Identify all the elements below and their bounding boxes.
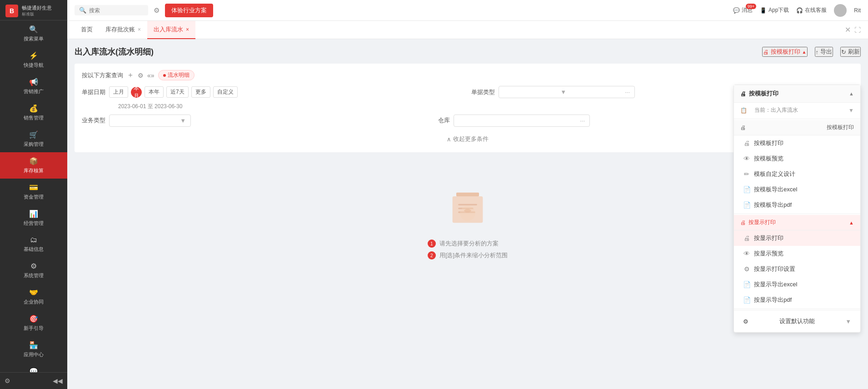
dp-display-preview-icon: 👁 <box>743 250 750 257</box>
tab-close-all-icon[interactable]: ✕ <box>845 25 851 34</box>
sidebar-item-inventory[interactable]: 📦 库存核算 <box>0 152 67 179</box>
sidebar-item-wechat[interactable]: 💬 企业微信 <box>0 363 67 372</box>
sidebar-icon-marketing: 📢 <box>29 78 38 86</box>
warehouse-select[interactable]: ··· <box>454 115 590 127</box>
sidebar-item-finance[interactable]: 💳 资金管理 <box>0 179 67 205</box>
app-download-button[interactable]: 📱 App下载 <box>760 6 789 14</box>
printer-icon: 🖨 <box>763 49 769 55</box>
sidebar-label-apps: 应用中心 <box>24 351 44 358</box>
user-avatar[interactable] <box>834 4 847 17</box>
warehouse-more[interactable]: ··· <box>580 117 585 124</box>
dp-display-preview[interactable]: 👁 按显示预览 <box>734 246 860 261</box>
sidebar-icon-enterprise: 🤝 <box>29 288 38 297</box>
online-service-button[interactable]: 🎧 在线客服 <box>796 6 827 14</box>
filter-collapse-icon[interactable]: «» <box>147 72 155 79</box>
sidebar-item-quick-nav[interactable]: ⚡ 快捷导航 <box>0 47 67 73</box>
step-1-num: 1 <box>428 239 436 248</box>
trial-button[interactable]: 体验行业方案 <box>165 4 213 17</box>
sidebar-icon-finance: 💳 <box>29 183 38 192</box>
message-button[interactable]: 💬 消息 99+ <box>733 6 753 14</box>
filter-add-button[interactable]: ＋ <box>127 70 134 80</box>
sidebar-icon-quick-nav: ⚡ <box>29 51 38 60</box>
date-btn-more[interactable]: 更多 <box>191 86 210 98</box>
print-template-button[interactable]: 🖨 按模板打印 ▲ <box>762 47 808 57</box>
search-input[interactable] <box>89 7 144 14</box>
dp-divider-2 <box>734 214 860 214</box>
sidebar-label-operations: 经营管理 <box>24 220 44 227</box>
sidebar-item-beginner[interactable]: 🎯 新手引导 <box>0 310 67 336</box>
topbar-search-box[interactable]: 🔍 <box>75 5 148 15</box>
tab-flow-close[interactable]: × <box>186 26 189 33</box>
tab-batch-account[interactable]: 库存批次账 × <box>99 21 147 39</box>
refresh-button[interactable]: ↻ 刷新 <box>840 47 861 57</box>
dp-template-print-icon: 🖨 <box>743 140 750 147</box>
dp-footer-icon: ⚙ <box>743 318 748 325</box>
sidebar-icon-purchase: 🛒 <box>29 130 38 139</box>
sidebar-label-beginner: 新手引导 <box>24 325 44 332</box>
sidebar-label-finance: 资金管理 <box>24 194 44 200</box>
dp-template-preview[interactable]: 👁 按模板预览 <box>734 151 860 166</box>
tab-flow[interactable]: 出入库流水 × <box>147 21 195 39</box>
tab-flow-label: 出入库流水 <box>154 25 183 34</box>
sidebar-item-system[interactable]: ⚙ 系统管理 <box>0 257 67 284</box>
business-type-chevron: ▼ <box>180 117 186 124</box>
document-type-more[interactable]: ··· <box>625 89 630 95</box>
dp-display-settings[interactable]: ⚙ 按显示打印设置 <box>734 261 860 277</box>
dp-display-settings-label: 按显示打印设置 <box>754 265 851 273</box>
dp-display-excel[interactable]: 📄 按显示导出excel <box>734 277 860 292</box>
dropdown-header-chevron[interactable]: ▲ <box>849 91 854 96</box>
sidebar-item-basic[interactable]: 🗂 基础信息 <box>0 231 67 257</box>
active-tag-label: 流水明细 <box>168 71 190 79</box>
dp-template-excel[interactable]: 📄 按模板导出excel <box>734 182 860 197</box>
message-badge: 99+ <box>746 4 756 9</box>
sidebar-label-inventory: 库存核算 <box>24 167 44 174</box>
document-type-select[interactable]: ▼ ··· <box>499 86 635 98</box>
date-btn-this-year[interactable]: 本年 <box>145 86 164 98</box>
sidebar-icon-operations: 📊 <box>29 209 38 218</box>
sidebar-icon-apps: 🏪 <box>29 341 38 349</box>
date-btn-custom[interactable]: 自定义 <box>213 86 238 98</box>
sidebar-icon-beginner: 🎯 <box>29 314 38 323</box>
date-btn-this-month[interactable]: 本月 <box>131 87 142 98</box>
sidebar-label-marketing: 营销推广 <box>24 88 44 95</box>
user-name: Rit <box>854 7 861 14</box>
dp-display-pdf[interactable]: 📄 按显示导出pdf <box>734 292 860 308</box>
sidebar-item-search[interactable]: 🔍 搜索菜单 <box>0 20 67 47</box>
tab-batch-account-close[interactable]: × <box>138 26 141 33</box>
sidebar-item-enterprise[interactable]: 🤝 企业协同 <box>0 284 67 310</box>
dp-divider-1 <box>734 119 860 119</box>
sidebar-item-operations[interactable]: 📊 经营管理 <box>0 205 67 231</box>
empty-steps-list: 1 请先选择要分析的方案 2 用[选]条件来缩小分析范围 <box>428 239 508 263</box>
online-service-label: 在线客服 <box>805 6 827 14</box>
page-title: 出入库流水(流水明细) <box>75 46 154 57</box>
dp-template-pdf[interactable]: 📄 按模板导出pdf <box>734 197 860 213</box>
dp-template-custom-icon: ✏ <box>743 170 750 178</box>
tab-home[interactable]: 首页 <box>75 21 99 39</box>
active-filter-tag[interactable]: 流水明细 <box>158 70 195 80</box>
business-type-select[interactable]: ▼ <box>109 115 191 127</box>
date-btn-7days[interactable]: 近7天 <box>166 86 189 98</box>
dp-template-print[interactable]: 🖨 按模板打印 <box>734 135 860 151</box>
tab-maximize-icon[interactable]: ⛶ <box>854 26 861 34</box>
sidebar-item-sales[interactable]: 💰 销售管理 <box>0 100 67 126</box>
page-header: 出入库流水(流水明细) 🖨 按模板打印 ▲ ↑ 导出 ↻ 刷新 <box>75 46 861 57</box>
dp-display-print[interactable]: 🖨 按显示打印 <box>734 230 860 246</box>
svg-rect-2 <box>458 204 477 205</box>
sidebar-item-apps[interactable]: 🏪 应用中心 <box>0 336 67 363</box>
topbar-gear-icon[interactable]: ⚙ <box>154 6 160 15</box>
settings-icon[interactable]: ⚙ <box>5 377 10 384</box>
collapse-icon[interactable]: ◀◀ <box>53 377 63 384</box>
sidebar-item-marketing[interactable]: 📢 营销推广 <box>0 73 67 100</box>
dp-default-function[interactable]: ⚙ 设置默认功能 ▼ <box>740 314 854 329</box>
display-section-chevron[interactable]: ▲ <box>849 220 854 225</box>
template-section-icon: 🖨 <box>740 125 746 131</box>
sidebar-item-purchase[interactable]: 🛒 采购管理 <box>0 126 67 152</box>
export-button[interactable]: ↑ 导出 <box>815 47 833 57</box>
dropdown-footer: ⚙ 设置默认功能 ▼ <box>734 310 860 332</box>
date-btn-last-month[interactable]: 上月 <box>109 86 128 98</box>
dropdown-current-item[interactable]: 📋 当前：出入库流水 ▼ <box>734 103 860 118</box>
dp-template-custom[interactable]: ✏ 模板自定义设计 <box>734 166 860 182</box>
sidebar-label-quick-nav: 快捷导航 <box>24 62 44 69</box>
filter-settings-icon[interactable]: ⚙ <box>138 72 144 79</box>
tab-bar: 首页 库存批次账 × 出入库流水 × ✕ ⛶ <box>67 21 868 39</box>
